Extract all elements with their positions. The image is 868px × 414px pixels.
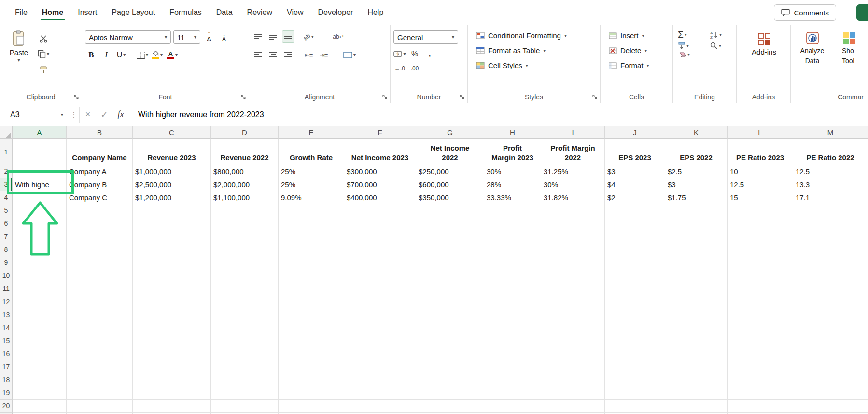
- cell-K7[interactable]: [665, 230, 728, 243]
- cell-H20[interactable]: [484, 400, 541, 413]
- cell-B5[interactable]: [67, 204, 133, 217]
- cell-K19[interactable]: [665, 386, 728, 400]
- cell-L18[interactable]: [728, 373, 793, 386]
- cell-F2[interactable]: $300,000: [344, 165, 416, 178]
- styles-dialog-launcher[interactable]: [592, 94, 598, 100]
- cell-E7[interactable]: [279, 230, 344, 243]
- cell-E3[interactable]: 25%: [279, 178, 344, 191]
- align-center-button[interactable]: [267, 49, 280, 61]
- cell-G8[interactable]: [416, 243, 484, 256]
- align-bottom-button[interactable]: [282, 30, 294, 43]
- decrease-decimal-button[interactable]: .00: [408, 62, 421, 75]
- cell-J15[interactable]: [605, 334, 665, 347]
- align-left-button[interactable]: [252, 49, 265, 61]
- cell-G18[interactable]: [416, 373, 484, 386]
- cell-G14[interactable]: [416, 321, 484, 334]
- paste-button[interactable]: Paste ▾: [3, 30, 35, 63]
- cell-L16[interactable]: [728, 347, 793, 360]
- col-header-I[interactable]: I: [541, 126, 605, 139]
- cell-I18[interactable]: [541, 373, 605, 386]
- cell-J19[interactable]: [605, 386, 665, 400]
- cutoff-button[interactable]: Sho Tool: [842, 31, 866, 65]
- cell-F13[interactable]: [344, 308, 416, 321]
- cell-G5[interactable]: [416, 204, 484, 217]
- col-header-J[interactable]: J: [605, 126, 665, 139]
- cell-G11[interactable]: [416, 282, 484, 295]
- borders-button[interactable]: ▾: [136, 49, 149, 61]
- cell-I16[interactable]: [541, 347, 605, 360]
- cell-G7[interactable]: [416, 230, 484, 243]
- cell-F5[interactable]: [344, 204, 416, 217]
- cell-styles-button[interactable]: Cell Styles ▾: [474, 58, 598, 73]
- cell-H7[interactable]: [484, 230, 541, 243]
- tab-developer[interactable]: Developer: [310, 2, 360, 23]
- cell-C15[interactable]: [133, 334, 211, 347]
- find-select-button[interactable]: ▾: [710, 41, 735, 50]
- cell-G9[interactable]: [416, 256, 484, 269]
- cell-C20[interactable]: [133, 400, 211, 413]
- cell-E6[interactable]: [279, 217, 344, 230]
- font-size-select[interactable]: 11 ▾: [173, 30, 200, 44]
- align-right-button[interactable]: [282, 49, 294, 61]
- cell-G3[interactable]: $600,000: [416, 178, 484, 191]
- col-header-G[interactable]: G: [416, 126, 484, 139]
- cell-F8[interactable]: [344, 243, 416, 256]
- cell-H11[interactable]: [484, 282, 541, 295]
- cell-K5[interactable]: [665, 204, 728, 217]
- col-header-H[interactable]: H: [484, 126, 541, 139]
- alignment-dialog-launcher[interactable]: [382, 94, 388, 100]
- cell-D12[interactable]: [211, 295, 279, 308]
- cell-D14[interactable]: [211, 321, 279, 334]
- cell-D20[interactable]: [211, 400, 279, 413]
- align-top-button[interactable]: [252, 30, 265, 43]
- cell-A20[interactable]: [13, 400, 67, 413]
- cell-G20[interactable]: [416, 400, 484, 413]
- cell-M17[interactable]: [793, 360, 868, 373]
- increase-indent-button[interactable]: ⇥≡: [317, 49, 330, 61]
- bold-button[interactable]: B: [85, 49, 98, 61]
- cell-L14[interactable]: [728, 321, 793, 334]
- cell-H12[interactable]: [484, 295, 541, 308]
- cell-J9[interactable]: [605, 256, 665, 269]
- cell-J18[interactable]: [605, 373, 665, 386]
- cell-K13[interactable]: [665, 308, 728, 321]
- cell-K18[interactable]: [665, 373, 728, 386]
- cell-L8[interactable]: [728, 243, 793, 256]
- cell-I4[interactable]: 31.82%: [541, 191, 605, 204]
- number-format-select[interactable]: General ▾: [393, 30, 458, 44]
- cell-B8[interactable]: [67, 243, 133, 256]
- cell-K14[interactable]: [665, 321, 728, 334]
- formula-input[interactable]: With higher revenue from 2022-2023: [129, 107, 868, 123]
- cell-I19[interactable]: [541, 386, 605, 400]
- cell-J2[interactable]: $3: [605, 165, 665, 178]
- underline-button[interactable]: U▾: [115, 49, 127, 61]
- clear-button[interactable]: ▾: [678, 51, 710, 58]
- cell-G15[interactable]: [416, 334, 484, 347]
- fill-button[interactable]: ▾: [678, 41, 710, 50]
- cell-B3[interactable]: Company B: [67, 178, 133, 191]
- cell-I15[interactable]: [541, 334, 605, 347]
- cell-H2[interactable]: 30%: [484, 165, 541, 178]
- cell-M19[interactable]: [793, 386, 868, 400]
- cell-M15[interactable]: [793, 334, 868, 347]
- col-header-B[interactable]: B: [67, 126, 133, 139]
- cell-C13[interactable]: [133, 308, 211, 321]
- cell-M12[interactable]: [793, 295, 868, 308]
- cell-L9[interactable]: [728, 256, 793, 269]
- cell-G13[interactable]: [416, 308, 484, 321]
- cell-K2[interactable]: $2.5: [665, 165, 728, 178]
- cell-I8[interactable]: [541, 243, 605, 256]
- cell-C12[interactable]: [133, 295, 211, 308]
- cell-H5[interactable]: [484, 204, 541, 217]
- cell-A17[interactable]: [13, 360, 67, 373]
- cell-K15[interactable]: [665, 334, 728, 347]
- cell-B11[interactable]: [67, 282, 133, 295]
- align-middle-button[interactable]: [267, 30, 280, 43]
- cell-A18[interactable]: [13, 373, 67, 386]
- cell-K4[interactable]: $1.75: [665, 191, 728, 204]
- cell-G17[interactable]: [416, 360, 484, 373]
- cell-F7[interactable]: [344, 230, 416, 243]
- cell-E2[interactable]: 25%: [279, 165, 344, 178]
- cell-I17[interactable]: [541, 360, 605, 373]
- cell-M10[interactable]: [793, 269, 868, 282]
